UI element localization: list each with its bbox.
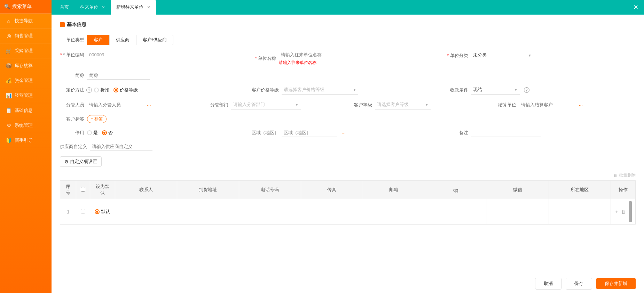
sidebar-item-finance[interactable]: 💰 资金管理	[0, 73, 52, 88]
fax-input[interactable]	[305, 209, 359, 214]
customer-level-arrow: ▼	[425, 103, 429, 107]
unit-code-input[interactable]	[87, 51, 150, 59]
sidebar-item-system[interactable]: ⚙ 系统管理	[0, 118, 52, 133]
payment-terms-help-icon[interactable]: ?	[524, 87, 529, 93]
unit-category-value: 未分类	[473, 52, 528, 58]
cancel-button[interactable]: 取消	[535, 278, 561, 290]
region-label: 区域（地区）	[252, 130, 279, 136]
supplier-custom-label: 供应商自定义	[60, 144, 87, 150]
cell-area[interactable]	[549, 199, 611, 225]
cell-email[interactable]	[363, 199, 425, 225]
pricing-radio-group: 折扣 价格等级	[94, 87, 138, 93]
cell-qq[interactable]	[425, 199, 487, 225]
radio-yes[interactable]: 是	[87, 130, 98, 136]
page-content: 基本信息 单位类型 客户 供应商 客户/供应商 * * 单位编码 * 单位名称	[52, 15, 644, 274]
supplier-custom-input[interactable]	[90, 143, 152, 151]
save-new-button[interactable]: 保存并新增	[596, 278, 636, 289]
qq-input[interactable]	[429, 209, 483, 214]
customer-price-item: 客户价格等级 请选择客户价格等级 ▼	[252, 85, 443, 95]
save-button[interactable]: 保存	[566, 278, 592, 290]
cell-checkbox[interactable]	[76, 199, 90, 225]
region-input[interactable]	[282, 129, 337, 137]
row-checkbox[interactable]	[81, 209, 85, 213]
department-select[interactable]: 请输入分管部门 ▼	[231, 100, 301, 109]
add-row-icon[interactable]: ＋	[614, 209, 619, 215]
cell-phone[interactable]	[239, 199, 301, 225]
manager-more-btn[interactable]: ···	[147, 102, 151, 108]
unit-name-input[interactable]	[279, 51, 355, 59]
th-default: 设为默认	[90, 181, 115, 199]
default-radio[interactable]: 默认	[94, 209, 111, 215]
tab-new-contact-close[interactable]: ✕	[147, 5, 150, 10]
sidebar-item-operations[interactable]: 📊 经营管理	[0, 88, 52, 103]
contact-input[interactable]	[119, 209, 173, 214]
search-icon: 🔍	[4, 4, 10, 9]
pricing-help-icon[interactable]: ?	[86, 87, 92, 93]
th-checkbox	[76, 181, 90, 199]
wechat-input[interactable]	[490, 209, 545, 214]
region-item: 区域（地区） ···	[252, 129, 443, 137]
cell-wechat[interactable]	[487, 199, 549, 225]
batch-delete-label[interactable]: 批量删除	[619, 172, 636, 178]
unit-type-supplier[interactable]: 供应商	[109, 35, 136, 45]
settlement-unit-input[interactable]	[519, 101, 575, 109]
radio-price-level-label: 价格等级	[120, 87, 138, 93]
scroll-handle[interactable]	[629, 201, 632, 222]
manager-input[interactable]	[87, 101, 143, 109]
sidebar-item-guide[interactable]: 🔰 新手引导	[0, 133, 52, 148]
unit-type-customer[interactable]: 客户	[87, 35, 109, 45]
sidebar-item-inventory[interactable]: 📦 库存核算	[0, 58, 52, 73]
sidebar-label-operations: 经营管理	[15, 92, 33, 99]
cell-contact[interactable]	[115, 199, 177, 225]
window-close-button[interactable]: ✕	[630, 3, 641, 11]
custom-settings-button[interactable]: ⚙ 自定义项设置	[60, 156, 102, 167]
radio-price-level[interactable]: 价格等级	[113, 87, 138, 93]
sidebar-item-sales[interactable]: ◎ 销售管理	[0, 29, 52, 43]
sidebar-label-basic-info: 基础信息	[15, 107, 33, 114]
payment-terms-select[interactable]: 现结 ▼	[471, 85, 520, 95]
th-address: 到货地址	[177, 181, 239, 199]
phone-input[interactable]	[243, 209, 297, 214]
department-item: 分管部门 请输入分管部门 ▼	[204, 100, 348, 109]
unit-type-both[interactable]: 客户/供应商	[136, 35, 173, 45]
tab-home[interactable]: 首页	[54, 0, 74, 15]
basic-info-icon: 📋	[6, 107, 12, 114]
tab-new-contact[interactable]: 新增往来单位 ✕	[111, 0, 156, 15]
sidebar-item-purchase[interactable]: 🛒 采购管理	[0, 43, 52, 58]
tab-contacts-close[interactable]: ✕	[102, 5, 105, 10]
area-input[interactable]	[552, 209, 607, 214]
add-tag-button[interactable]: + 标签	[87, 115, 107, 123]
short-name-input[interactable]	[87, 71, 150, 80]
remark-input[interactable]	[471, 129, 541, 137]
short-name-label: 简称	[60, 72, 84, 79]
unit-category-select[interactable]: 未分类 ▼	[471, 51, 534, 60]
tab-contacts[interactable]: 往来单位 ✕	[74, 0, 111, 15]
sidebar-label-finance: 资金管理	[15, 78, 33, 84]
cell-address[interactable]	[177, 199, 239, 225]
row-tags: 客户标签 + 标签	[60, 115, 636, 123]
department-label: 分管部门	[204, 102, 228, 108]
customer-level-select[interactable]: 请选择客户等级 ▼	[375, 100, 431, 109]
custom-settings-label: 自定义项设置	[70, 158, 97, 165]
row-action-icons: ＋ 🗑	[614, 201, 632, 222]
unit-code-item: * * 单位编码	[60, 51, 252, 59]
email-input[interactable]	[367, 209, 421, 214]
radio-no[interactable]: 否	[102, 130, 113, 136]
batch-delete-icon: 🗑	[613, 173, 618, 178]
region-more-btn[interactable]: ···	[341, 130, 346, 136]
sidebar-item-basic-info[interactable]: 📋 基础信息	[0, 103, 52, 118]
customer-price-select[interactable]: 请选择客户价格等级 ▼	[282, 85, 358, 95]
payment-terms-item: 收款条件 现结 ▼ ?	[444, 85, 636, 95]
cell-fax[interactable]	[301, 199, 363, 225]
select-all-checkbox[interactable]	[81, 187, 85, 192]
unit-category-item: * 单位分类 未分类 ▼	[444, 51, 636, 60]
search-menu-button[interactable]: 🔍 搜索菜单	[0, 0, 52, 14]
address-input[interactable]	[181, 209, 235, 214]
settlement-unit-more-btn[interactable]: ···	[579, 102, 583, 108]
table-row: 1 默认	[60, 199, 636, 225]
sidebar-item-quick-nav[interactable]: ⌂ 快捷导航	[0, 14, 52, 29]
radio-discount-label: 折扣	[100, 87, 109, 93]
delete-row-icon[interactable]: 🗑	[621, 209, 626, 214]
customer-price-arrow: ▼	[353, 88, 356, 92]
radio-discount[interactable]: 折扣	[94, 87, 109, 93]
